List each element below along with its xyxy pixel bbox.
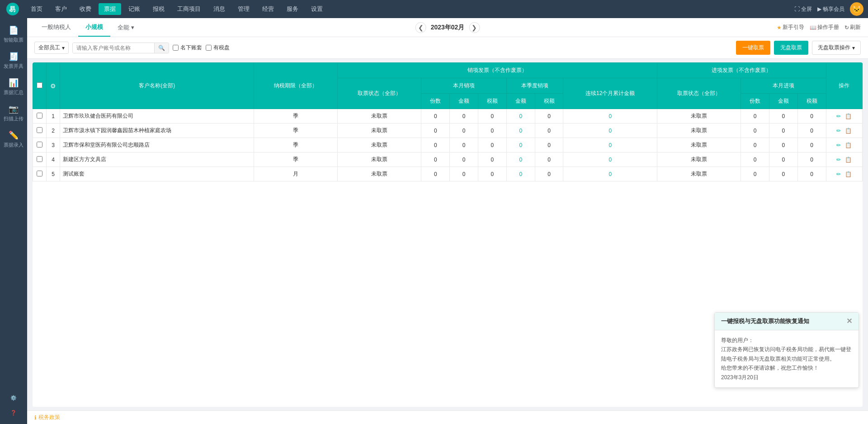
- checkbox-tax-disk[interactable]: 有税盘: [206, 44, 230, 52]
- row-detail-btn[interactable]: 📋: [845, 128, 852, 134]
- nav-tax[interactable]: 报税: [147, 3, 170, 15]
- refresh-btn[interactable]: ↻ 刷新: [844, 24, 861, 31]
- row-sales-monthly-count: 0: [421, 152, 450, 167]
- row-edit-btn[interactable]: ✏: [836, 113, 841, 119]
- table-row: 4 新建区方方文具店 季 未取票 0 0 0 0 0 0 未取票 0 0 0 ✏…: [33, 152, 863, 167]
- sidebar-bottom-settings[interactable]: ⚙️: [1, 391, 26, 405]
- tab-all[interactable]: 全能 ▾: [110, 19, 142, 36]
- no-disk-ops-btn[interactable]: 无盘取票操作 ▾: [812, 41, 861, 55]
- row-sales-monthly-count: 0: [421, 109, 450, 124]
- nav-settings[interactable]: 设置: [306, 3, 328, 15]
- col-12month-header: 连续12个月累计金额: [563, 78, 657, 109]
- row-detail-btn[interactable]: 📋: [845, 157, 852, 163]
- row-12month[interactable]: 0: [563, 109, 657, 124]
- tab-general-taxpayer[interactable]: 一般纳税人: [34, 19, 78, 37]
- row-checkbox[interactable]: [33, 109, 47, 124]
- nav-ticket[interactable]: 票据: [99, 3, 121, 15]
- row-tax-period: 月: [254, 167, 338, 181]
- header-row: 一般纳税人 小规模 全能 ▾ ❮ 2023年02月 ❯ ★ 新手引导 📖: [27, 18, 868, 37]
- nav-ops[interactable]: 经营: [257, 3, 279, 15]
- manual-btn[interactable]: 📖 操作手册: [810, 24, 839, 31]
- nav-customer[interactable]: 客户: [50, 3, 72, 15]
- sidebar-item-scan-upload[interactable]: 📷 扫描上传: [1, 100, 26, 126]
- col-sales-quarterly-tax: 税额: [535, 94, 563, 109]
- col-sales-status-header: 取票状态（全部）: [338, 78, 421, 109]
- row-sales-quarterly-tax: 0: [535, 152, 563, 167]
- no-disk-ticket-btn[interactable]: 无盘取票: [774, 41, 808, 55]
- sidebar-item-smart-ticket[interactable]: 📄 智能取票: [1, 22, 26, 47]
- row-detail-btn[interactable]: 📋: [845, 171, 852, 177]
- row-detail-btn[interactable]: 📋: [845, 113, 852, 119]
- row-detail-btn[interactable]: 📋: [845, 142, 852, 148]
- row-checkbox[interactable]: [33, 138, 47, 152]
- notification-close-btn[interactable]: ✕: [846, 318, 852, 325]
- row-sales-quarterly-tax: 0: [535, 138, 563, 152]
- row-sales-quarterly-amount[interactable]: 0: [506, 138, 535, 152]
- sub-accounts-checkbox[interactable]: [173, 45, 179, 51]
- nav-home[interactable]: 首页: [25, 3, 48, 15]
- period-prev-btn[interactable]: ❮: [415, 22, 426, 33]
- nav-fee[interactable]: 收费: [74, 3, 97, 15]
- col-purchase-monthly-count: 份数: [741, 94, 769, 109]
- row-edit-btn[interactable]: ✏: [836, 157, 841, 163]
- col-gear-header[interactable]: ⚙: [47, 63, 60, 109]
- nav-manage[interactable]: 管理: [232, 3, 255, 15]
- row-edit-btn[interactable]: ✏: [836, 128, 841, 134]
- row-edit-btn[interactable]: ✏: [836, 142, 841, 148]
- nav-business[interactable]: 工商项目: [172, 3, 206, 15]
- user-avatar[interactable]: 🐱: [850, 2, 863, 16]
- period-next-btn[interactable]: ❯: [469, 22, 480, 33]
- row-sales-quarterly-amount[interactable]: 0: [506, 167, 535, 181]
- row-ops: ✏ 📋: [826, 167, 862, 181]
- row-12month[interactable]: 0: [563, 124, 657, 138]
- row-sales-monthly-amount: 0: [450, 167, 478, 181]
- info-icon: ℹ: [34, 414, 37, 421]
- row-purchase-monthly-tax: 0: [797, 138, 826, 152]
- row-edit-btn[interactable]: ✏: [836, 171, 841, 177]
- one-click-ticket-btn[interactable]: 一键取票: [736, 41, 770, 55]
- smart-ticket-icon: 📄: [9, 25, 19, 35]
- row-purchase-monthly-amount: 0: [769, 138, 797, 152]
- nav-message[interactable]: 消息: [208, 3, 231, 15]
- sidebar-item-ticket-summary[interactable]: 📊 票据汇总: [1, 74, 26, 100]
- row-sales-quarterly-amount[interactable]: 0: [506, 109, 535, 124]
- nav-accounting[interactable]: 记账: [123, 3, 146, 15]
- tax-disk-checkbox[interactable]: [206, 45, 212, 51]
- col-ops-header: 操作: [826, 63, 862, 109]
- fullscreen-btn[interactable]: ⛶ 全屏: [794, 5, 812, 13]
- svg-text:易: 易: [9, 5, 15, 13]
- sidebar-bottom-help[interactable]: ❓: [1, 406, 26, 419]
- row-sales-quarterly-amount[interactable]: 0: [506, 152, 535, 167]
- sidebar-item-invoice-issue[interactable]: 🧾 发票开具: [1, 48, 26, 73]
- tab-small-scale[interactable]: 小规模: [78, 19, 110, 37]
- row-purchase-monthly-tax: 0: [797, 124, 826, 138]
- row-sales-status: 未取票: [338, 167, 421, 181]
- row-customer: 卫辉市保和堂医药有限公司忠顺路店: [60, 138, 254, 152]
- sidebar-item-ticket-entry[interactable]: ✏️ 票据录入: [1, 127, 26, 152]
- col-sales-monthly-tax: 税额: [478, 94, 507, 109]
- row-tax-period: 季: [254, 109, 338, 124]
- bottom-bar[interactable]: ℹ 税务政策: [27, 410, 868, 424]
- row-sales-quarterly-tax: 0: [535, 109, 563, 124]
- new-guide-btn[interactable]: ★ 新手引导: [777, 24, 804, 31]
- scan-upload-icon: 📷: [9, 104, 19, 114]
- row-12month[interactable]: 0: [563, 138, 657, 152]
- row-customer: 卫辉市玖玖健合医药有限公司: [60, 109, 254, 124]
- row-12month[interactable]: 0: [563, 152, 657, 167]
- search-input[interactable]: [73, 43, 154, 53]
- row-checkbox[interactable]: [33, 167, 47, 181]
- row-12month[interactable]: 0: [563, 167, 657, 181]
- checkbox-sub-accounts[interactable]: 名下账套: [173, 44, 202, 52]
- row-sales-quarterly-amount[interactable]: 0: [506, 124, 535, 138]
- nav-service[interactable]: 服务: [281, 3, 304, 15]
- col-quarterly-sales-header: 本季度销项: [506, 78, 563, 94]
- select-all-checkbox[interactable]: [37, 82, 42, 88]
- row-checkbox[interactable]: [33, 124, 47, 138]
- search-button[interactable]: 🔍: [154, 43, 169, 53]
- row-checkbox[interactable]: [33, 152, 47, 167]
- row-sales-monthly-amount: 0: [450, 109, 478, 124]
- row-index: 3: [47, 138, 60, 152]
- right-tools: ⛶ 全屏 ▶ 畅享会员 🐱: [794, 2, 863, 16]
- member-btn[interactable]: ▶ 畅享会员: [817, 5, 844, 13]
- employee-select[interactable]: 全部员工 ▾: [34, 42, 69, 54]
